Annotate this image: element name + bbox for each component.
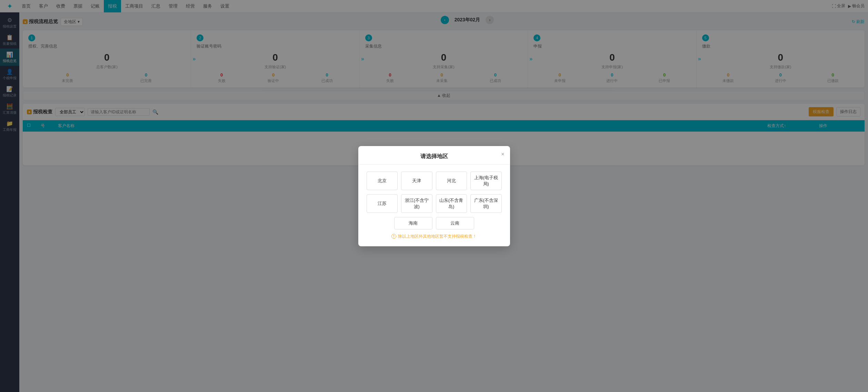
warn-icon: ! [391, 234, 396, 239]
region-jiangsu[interactable]: 江苏 [367, 194, 398, 213]
modal-body: 北京 天津 河北 上海(电子税局) 江苏 浙江(不含宁波) 山东(不含青岛) 广… [358, 165, 510, 246]
region-grid-row3: 海南 云南 [367, 217, 502, 229]
modal-header: 请选择地区 [358, 146, 510, 165]
region-grid-row1: 北京 天津 河北 上海(电子税局) [367, 172, 502, 190]
region-grid-row2: 江苏 浙江(不含宁波) 山东(不含青岛) 广东(不含深圳) [367, 194, 502, 213]
modal-warning: ! 除以上地区外其他地区暂不支持报税检查！ [367, 234, 502, 239]
modal-warning-text: 除以上地区外其他地区暂不支持报税检查！ [398, 234, 477, 239]
region-shanghai[interactable]: 上海(电子税局) [470, 172, 502, 190]
region-select-modal: 请选择地区 × 北京 天津 河北 上海(电子税局) 江苏 浙江(不含宁波) 山东… [358, 146, 510, 246]
region-tianjin[interactable]: 天津 [401, 172, 432, 190]
region-hainan[interactable]: 海南 [394, 217, 432, 229]
region-guangdong[interactable]: 广东(不含深圳) [470, 194, 502, 213]
modal-overlay: 请选择地区 × 北京 天津 河北 上海(电子税局) 江苏 浙江(不含宁波) 山东… [0, 0, 868, 392]
region-zhejiang[interactable]: 浙江(不含宁波) [401, 194, 432, 213]
region-shandong[interactable]: 山东(不含青岛) [436, 194, 467, 213]
region-yunnan[interactable]: 云南 [436, 217, 474, 229]
region-hebei[interactable]: 河北 [436, 172, 467, 190]
region-beijing[interactable]: 北京 [367, 172, 398, 190]
modal-close-button[interactable]: × [501, 152, 504, 157]
modal-title: 请选择地区 [420, 153, 448, 159]
